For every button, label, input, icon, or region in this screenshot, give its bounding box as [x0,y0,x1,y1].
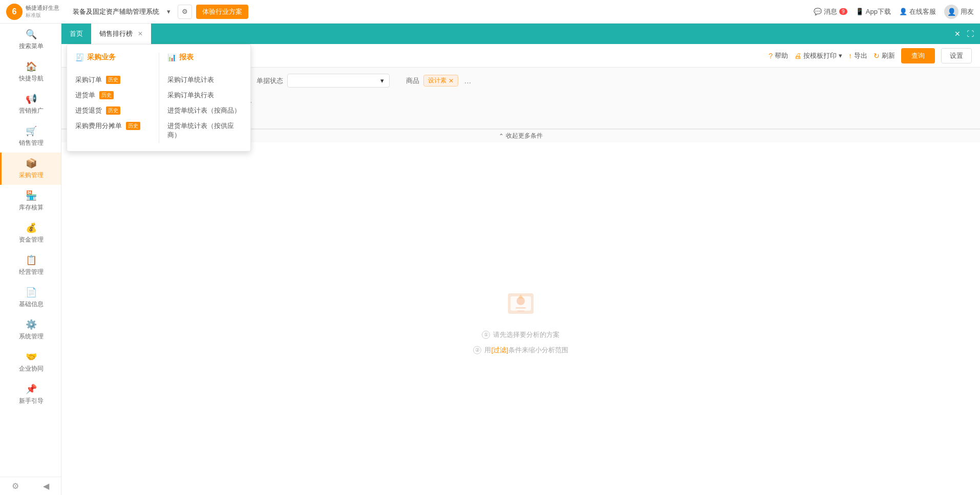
cart-icon: 🛒 [26,125,37,137]
doc-icon: 📄 [26,287,37,298]
header-right: 💬 消息 9 📱 App下载 👤 在线客服 👤 用友 [814,5,974,19]
sidebar-item-sales[interactable]: 🛒 销售管理 [0,120,61,153]
message-label: 消息 [824,7,837,16]
chevron-up-icon: ⌃ [499,133,504,140]
export-label: 导出 [854,51,867,60]
clipboard-icon: 📋 [26,254,37,266]
collapse-label: 收起更多条件 [506,132,543,140]
store-icon: 🏪 [26,190,37,201]
sidebar-item-enterprise[interactable]: 🤝 企业协同 [0,346,61,378]
refresh-btn[interactable]: ↻ 刷新 [874,51,895,60]
menu-item-label-goods-return: 进货退货 [75,106,102,115]
goods-tag[interactable]: 设计素 ✕ [423,75,458,87]
sidebar-settings-btn[interactable]: ⚙ [12,481,19,491]
phone-icon: 📱 [856,8,864,15]
menu-item-label-purchase-cost: 采购费用分摊单 [75,121,122,131]
tab-home-label: 首页 [70,29,83,38]
purchase-title-label: 采购业务 [87,53,116,62]
menu-item-goods-receipt[interactable]: 进货单 历史 [75,88,151,103]
menu-item-purchase-order[interactable]: 采购订单 历史 [75,72,151,88]
print-btn[interactable]: 🖨 按模板打印 ▾ [794,51,842,60]
tab-maximize-btn[interactable]: ⛶ [965,28,976,40]
menu-divider [159,53,159,143]
empty-hint-2: 用[过滤]条件来缩小分析范围 [484,346,568,355]
svg-rect-4 [517,310,524,312]
sidebar-item-purchase[interactable]: 📦 采购管理 [0,153,61,185]
svg-rect-3 [516,307,526,309]
doc-status-label: 单据状态 [257,76,283,85]
system-dropdown-btn[interactable]: ▾ [163,7,174,17]
goods-ellipsis-btn[interactable]: ... [462,76,473,85]
search-icon: 🔍 [26,29,37,40]
doc-status-filter: 单据状态 ▾ [257,74,390,88]
sidebar-item-finance[interactable]: 💰 资金管理 [0,217,61,249]
tab-close-all-btn[interactable]: ✕ [952,28,963,40]
purchase-section: 🧾 采购业务 采购订单 历史 进货单 历史 进货退货 历史 采购费用分摊单 历史 [75,53,151,143]
megaphone-icon: 📢 [26,93,37,104]
menu-item-goods-stats-by-supplier[interactable]: 进货单统计表（按供应商） [167,118,243,143]
logo-area: 6 畅捷通好生意 标准版 [6,4,68,20]
header-center: 装备及固定资产辅助管理系统 ▾ ⚙ 体验行业方案 [68,5,814,19]
company-name: 畅捷通好生意 [26,4,59,11]
doc-status-select[interactable]: ▾ [287,74,390,88]
purchase-cost-history-badge: 历史 [126,122,140,130]
help-icon: ? [769,52,773,60]
sidebar-collapse-btn[interactable]: ◀ [43,481,49,491]
menu-item-label-purchase-order: 采购订单 [75,75,102,84]
help-btn[interactable]: ? 帮助 [769,51,788,60]
purchase-order-history-badge: 历史 [106,76,120,84]
logo-icon: 6 [6,4,23,20]
empty-area: ① 请先选择要分析的方案 ② 用[过滤]条件来缩小分析范围 [61,142,980,495]
app-download-btn[interactable]: 📱 App下载 [856,7,891,16]
menu-item-label-po-stats: 采购订单统计表 [167,75,214,84]
empty-step-1: ① 请先选择要分析的方案 [482,330,560,339]
menu-item-purchase-order-exec[interactable]: 采购订单执行表 [167,88,243,103]
sidebar-label-enterprise: 企业协同 [19,364,44,373]
query-btn[interactable]: 查询 [901,48,935,63]
sidebar-item-quick-nav[interactable]: 🏠 快捷导航 [0,56,61,88]
purchase-section-title: 🧾 采购业务 [75,53,151,66]
goods-return-history-badge: 历史 [106,106,120,115]
menu-item-goods-return[interactable]: 进货退货 历史 [75,103,151,118]
sidebar-label-marketing: 营销推广 [19,106,44,115]
handshake-icon: 🤝 [26,351,37,362]
system-title: 装备及固定资产辅助管理系统 [73,7,159,16]
sidebar-label-sales: 销售管理 [19,139,44,147]
box-icon: 📦 [26,158,37,169]
sidebar-item-basic-info[interactable]: 📄 基础信息 [0,282,61,314]
tab-sales-ranking-label: 销售排行榜 [99,29,133,38]
sidebar-bottom: ⚙ ◀ [0,477,61,495]
help-label: 帮助 [775,51,788,60]
refresh-icon: ↻ [874,52,880,60]
sidebar-item-operations[interactable]: 📋 经营管理 [0,249,61,282]
sidebar-item-inventory[interactable]: 🏪 库存核算 [0,185,61,217]
header-gear-btn[interactable]: ⚙ [178,5,192,19]
sidebar-item-guide[interactable]: 📌 新手引导 [0,378,61,411]
filter-highlight: [过滤] [491,346,508,354]
industry-btn[interactable]: 体验行业方案 [196,5,248,19]
sidebar-item-marketing[interactable]: 📢 营销推广 [0,88,61,120]
empty-illustration [500,283,541,324]
export-btn[interactable]: ↑ 导出 [848,51,867,60]
goods-tag-close[interactable]: ✕ [449,77,454,84]
menu-item-goods-stats-by-product[interactable]: 进货单统计表（按商品） [167,103,243,118]
tab-close-btn[interactable]: ✕ [138,30,143,37]
app-download-label: App下载 [866,7,891,16]
menu-item-label-goods-receipt: 进货单 [75,91,95,100]
customer-service-btn[interactable]: 👤 在线客服 [899,7,936,16]
settings-btn[interactable]: 设置 [941,48,972,63]
menu-item-purchase-cost[interactable]: 采购费用分摊单 历史 [75,118,151,134]
sidebar-item-system[interactable]: ⚙️ 系统管理 [0,314,61,346]
edition-label: 标准版 [26,12,59,19]
username-label: 用友 [961,7,974,16]
sidebar-item-search[interactable]: 🔍 搜索菜单 [0,24,61,56]
menu-item-purchase-order-stats[interactable]: 采购订单统计表 [167,72,243,88]
user-btn[interactable]: 👤 用友 [944,5,974,19]
sidebar-label-purchase: 采购管理 [19,171,44,180]
message-btn[interactable]: 💬 消息 9 [814,7,847,16]
money-icon: 💰 [26,222,37,233]
tab-sales-ranking[interactable]: 销售排行榜 ✕ [91,24,151,44]
goods-receipt-history-badge: 历史 [99,91,114,99]
tab-home[interactable]: 首页 [61,24,91,44]
sidebar-label-system: 系统管理 [19,332,44,341]
